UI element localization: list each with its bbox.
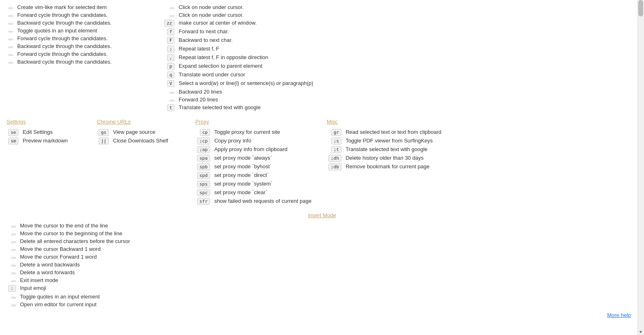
table-row: jj Close Downloads Shelf xyxy=(97,137,170,145)
proxy-title: Proxy xyxy=(195,119,327,125)
key-badge xyxy=(11,280,16,282)
key-description: Copy proxy info xyxy=(213,137,313,145)
key-description: Backward cycle through the candidates. xyxy=(16,42,113,50)
key-description: Delete all entered characters before the… xyxy=(18,237,132,245)
key-badge xyxy=(8,23,13,25)
key-badge: t xyxy=(167,104,175,111)
key-description: Toggle quotes in an input element xyxy=(16,27,113,34)
key-badge xyxy=(11,241,16,243)
key-badge xyxy=(170,7,174,9)
key-badge: F xyxy=(167,37,175,44)
key-description: Create vim-like mark for selected item xyxy=(16,3,113,11)
key-description: Translate word under cursor xyxy=(177,71,315,79)
key-badge xyxy=(8,7,13,9)
key-description: Move the cursor Forward 1 word xyxy=(18,253,132,261)
key-description: set proxy mode `system` xyxy=(213,180,313,188)
key-description: Repeat latest f, F in opposite direction xyxy=(177,53,315,62)
key-badge xyxy=(11,273,16,274)
key-badge: se xyxy=(8,129,18,136)
key-badge: gr xyxy=(331,129,341,136)
table-row: Exit insert mode xyxy=(7,276,132,284)
proxy-table: cp Toggle proxy for current site ;cp Cop… xyxy=(195,128,313,206)
key-description: Forward cycle through the candidates. xyxy=(16,11,113,19)
table-row: sfr show failed web requests of current … xyxy=(195,197,313,206)
table-row: ;db Remove bookmark for current page xyxy=(327,163,443,171)
key-description: set proxy mode `direct` xyxy=(213,171,313,180)
key-badge: ;t xyxy=(331,146,341,153)
table-row: q Translate word under cursor xyxy=(163,71,315,79)
table-row: Toggle quotes in an input element xyxy=(7,293,132,301)
key-badge: spb xyxy=(197,163,210,170)
key-badge: sfr xyxy=(197,198,210,205)
key-badge xyxy=(8,31,13,32)
key-badge: p xyxy=(167,63,175,70)
key-description: Delete history older than 30 days xyxy=(344,154,443,163)
key-description: Backward to next char. xyxy=(177,36,315,45)
key-description: Forward cycle through the candidates. xyxy=(16,34,113,42)
table-row: p Expand selection to parent element xyxy=(163,62,315,71)
table-row: Move the cursor Forward 1 word xyxy=(7,253,132,261)
key-description: Toggle quotes in an input element xyxy=(18,293,132,301)
table-row: Backward cycle through the candidates. xyxy=(7,58,113,66)
scrollbar[interactable]: ▲ ▼ xyxy=(637,0,644,325)
table-row: V Select a word(w) or line(l) or sentenc… xyxy=(163,79,315,88)
key-description: Backward cycle through the candidates. xyxy=(16,19,113,27)
key-description: Translate selected text with google xyxy=(177,103,315,112)
key-badge xyxy=(11,297,16,298)
key-description: Click on node under cursor. xyxy=(177,3,315,11)
top-left-table: Create vim-like mark for selected item F… xyxy=(7,3,113,66)
table-row: ;ap Apply proxy info from clipboard xyxy=(195,145,313,154)
table-row: Forward cycle through the candidates. xyxy=(7,50,113,58)
table-row: Click on node under cursor. xyxy=(163,3,315,11)
key-badge: ; xyxy=(167,46,175,53)
key-badge xyxy=(8,54,13,56)
key-badge: ;s xyxy=(331,138,341,145)
table-row: ;t Translate selected text with google xyxy=(327,145,443,154)
key-badge xyxy=(170,92,174,94)
key-description: Exit insert mode xyxy=(18,276,132,284)
table-row: , Repeat latest f, F in opposite directi… xyxy=(163,53,315,62)
key-description: show failed web requests of current page xyxy=(213,197,313,206)
key-description: Forward cycle through the candidates. xyxy=(16,50,113,58)
key-badge: jj xyxy=(99,138,109,145)
misc-title: Misc xyxy=(327,119,637,125)
key-badge: ;db xyxy=(328,163,341,170)
key-description: Click on node under cursor. xyxy=(177,11,315,19)
more-help-link[interactable]: More help xyxy=(607,312,631,318)
key-badge xyxy=(8,15,13,17)
table-row: Open vim editor for current input xyxy=(7,301,132,308)
key-description: Forward to next char. xyxy=(177,28,315,36)
key-description: Repeat latest f, F xyxy=(177,45,315,53)
key-description: Edit Settings xyxy=(21,128,69,137)
key-badge xyxy=(11,234,16,235)
key-badge: ;ap xyxy=(197,146,210,153)
table-row: Backward cycle through the candidates. xyxy=(7,42,113,50)
key-badge xyxy=(170,15,174,17)
key-description: Toggle PDF viewer from SurfingKeys xyxy=(344,137,443,145)
table-row: f Forward to next char. xyxy=(163,28,315,36)
key-description: Translate selected text with google xyxy=(344,145,443,154)
table-row: spc set proxy mode `clear` xyxy=(195,188,313,197)
key-description: Delete a word forwards xyxy=(18,268,132,276)
key-badge: gs xyxy=(99,129,109,136)
key-badge: V xyxy=(167,80,175,87)
table-row: ;cp Copy proxy info xyxy=(195,137,313,145)
table-row: sm Preview markdown xyxy=(7,137,69,145)
table-row: F Backward to next char. xyxy=(163,36,315,45)
settings-table: se Edit Settings sm Preview markdown xyxy=(7,128,69,145)
key-badge: sps xyxy=(197,181,210,188)
key-description: Apply proxy info from clipboard xyxy=(213,145,313,154)
table-row: Move the cursor Backward 1 word xyxy=(7,245,132,253)
key-description: Preview markdown xyxy=(21,137,69,145)
table-row: gs View page source xyxy=(97,128,170,137)
scrollbar-thumb[interactable] xyxy=(638,0,643,16)
key-badge xyxy=(11,257,16,259)
table-row: zz make cursor at center of window. xyxy=(163,19,315,28)
table-row: ; Repeat latest f, F xyxy=(163,45,315,53)
key-description: Delete a word backwards xyxy=(18,261,132,268)
table-row: gr Read selected text or text from clipb… xyxy=(327,128,443,137)
key-badge: cp xyxy=(200,129,210,136)
table-row: Forward 20 lines xyxy=(163,96,315,103)
key-description: Move the cursor Backward 1 word xyxy=(18,245,132,253)
key-badge: q xyxy=(167,71,175,78)
